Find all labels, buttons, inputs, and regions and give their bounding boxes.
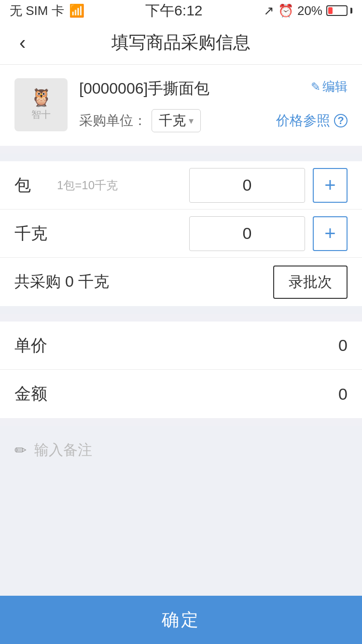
- unit-price-value: 0: [338, 336, 348, 355]
- product-card: 🦉 智十 [0000006]手撕面包 ✎ 编辑 采购单位： 千克 ▾ 价格参照 …: [0, 65, 362, 146]
- pencil-icon: ✏: [14, 442, 27, 459]
- status-left: 无 SIM 卡 📶: [10, 2, 84, 19]
- owl-label: 智十: [31, 108, 51, 121]
- remark-placeholder: 输入备注: [34, 440, 92, 460]
- alarm-icon: ⏰: [278, 3, 293, 18]
- no-sim-label: 无 SIM 卡: [10, 2, 64, 19]
- remark-section[interactable]: ✏ 输入备注: [0, 426, 362, 475]
- unit-arrow-icon: ▾: [189, 115, 194, 126]
- amount-row: 金额 0: [0, 370, 362, 418]
- form-section: 包 1包=10千克 + 千克 + 共采购 0 千克 录批次: [0, 161, 362, 306]
- price-ref-button[interactable]: 价格参照 ?: [276, 112, 348, 130]
- product-info: [0000006]手撕面包 ✎ 编辑 采购单位： 千克 ▾ 价格参照 ?: [79, 78, 348, 132]
- page-title: 填写商品采购信息: [111, 31, 251, 55]
- unit-value: 千克: [159, 112, 186, 130]
- bag-sub-label: 1包=10千克: [57, 178, 118, 193]
- product-name: [0000006]手撕面包: [79, 78, 209, 99]
- confirm-button[interactable]: 确定: [0, 596, 362, 644]
- edit-button[interactable]: ✎ 编辑: [311, 78, 348, 95]
- location-icon: ↗: [264, 3, 274, 18]
- status-time: 下午6:12: [145, 1, 202, 21]
- price-ref-label: 价格参照: [276, 112, 330, 130]
- owl-icon: 🦉: [30, 89, 52, 106]
- divider-1: [0, 154, 362, 161]
- unit-select[interactable]: 千克 ▾: [152, 109, 201, 132]
- nav-bar: ‹ 填写商品采购信息: [0, 21, 362, 65]
- status-bar: 无 SIM 卡 📶 下午6:12 ↗ ⏰ 20%: [0, 0, 362, 21]
- kg-label: 千克: [14, 223, 53, 245]
- bag-input[interactable]: [189, 168, 305, 203]
- info-section: 单价 0 金额 0: [0, 322, 362, 418]
- battery-indicator: [326, 5, 352, 16]
- kg-row: 千克 +: [0, 210, 362, 258]
- help-icon: ?: [334, 114, 348, 127]
- total-row: 共采购 0 千克 录批次: [0, 258, 362, 306]
- unit-label: 采购单位：: [79, 112, 147, 130]
- batch-button[interactable]: 录批次: [273, 266, 348, 299]
- wifi-icon: 📶: [69, 3, 84, 18]
- battery-label: 20%: [297, 3, 322, 18]
- unit-price-label: 单价: [14, 335, 47, 357]
- edit-label: 编辑: [322, 78, 348, 95]
- product-thumbnail: 🦉 智十: [14, 78, 68, 131]
- bag-row: 包 1包=10千克 +: [0, 161, 362, 210]
- status-right: ↗ ⏰ 20%: [264, 3, 352, 18]
- total-label: 共采购 0 千克: [14, 271, 109, 293]
- kg-plus-button[interactable]: +: [313, 216, 348, 251]
- back-button[interactable]: ‹: [14, 27, 30, 58]
- edit-icon: ✎: [311, 80, 320, 94]
- amount-value: 0: [338, 385, 348, 404]
- bag-plus-button[interactable]: +: [313, 168, 348, 203]
- unit-price-row: 单价 0: [0, 322, 362, 370]
- divider-2: [0, 306, 362, 314]
- amount-label: 金额: [14, 383, 47, 405]
- bag-label: 包: [14, 174, 53, 196]
- kg-input[interactable]: [189, 216, 305, 251]
